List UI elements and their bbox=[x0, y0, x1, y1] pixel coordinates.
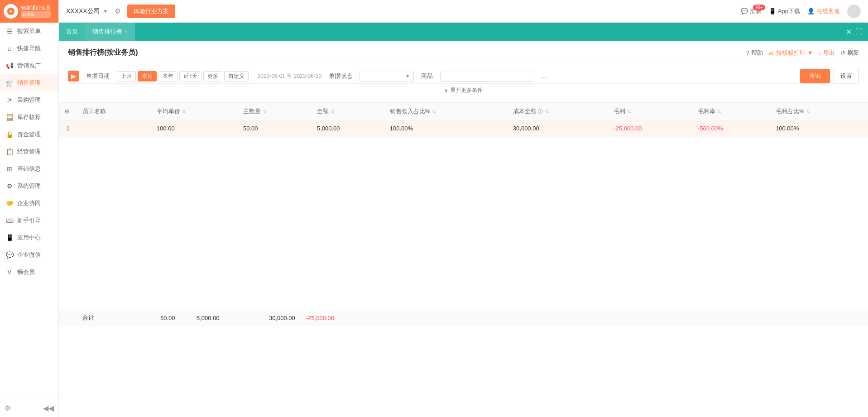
col-main-qty-header: 主数量 ⇅ bbox=[238, 103, 312, 120]
footer-cost: 30,000.00 bbox=[264, 315, 301, 321]
gross-sort-icon[interactable]: ⇅ bbox=[627, 109, 631, 114]
gross-pct-value: 100.00% bbox=[776, 125, 799, 132]
cell-cost: 30,000.00 bbox=[508, 120, 609, 137]
cost-info-icon[interactable]: ⓘ bbox=[538, 109, 543, 114]
date-this-year-btn[interactable]: 本年 bbox=[158, 71, 177, 81]
sidebar-item-apps[interactable]: 📱 应用中心 bbox=[0, 229, 58, 246]
handshake-icon: 🤝 bbox=[5, 199, 14, 207]
sidebar-item-basic-info-label: 基础信息 bbox=[17, 165, 41, 173]
col-gross-rate-label: 毛利率 bbox=[698, 108, 715, 115]
sidebar-item-marketing[interactable]: 📢 营销推广 bbox=[0, 57, 58, 74]
export-button[interactable]: ↓ 导出 bbox=[819, 49, 835, 57]
sidebar-item-member[interactable]: V 畅会员 bbox=[0, 264, 58, 281]
sidebar-item-sales-label: 销售管理 bbox=[17, 79, 41, 87]
sidebar-item-management-label: 经营管理 bbox=[17, 148, 41, 156]
date-range-display: 2023-06-01 至 2023-06-30 bbox=[258, 72, 321, 80]
sidebar-item-purchase[interactable]: 🛍 采购管理 bbox=[0, 91, 58, 109]
date-7days-btn[interactable]: 近7天 bbox=[179, 71, 201, 81]
sales-pct-sort-icon[interactable]: ⇅ bbox=[432, 109, 436, 114]
sidebar-item-basic-info[interactable]: ⊞ 基础信息 bbox=[0, 160, 58, 177]
sidebar-item-management[interactable]: 📋 经营管理 bbox=[0, 143, 58, 160]
avg-price-sort-icon[interactable]: ⇅ bbox=[182, 109, 186, 114]
cell-rank: 1 bbox=[59, 120, 77, 137]
sidebar-item-enterprise[interactable]: 🤝 企业协同 bbox=[0, 195, 58, 212]
sidebar-item-inventory[interactable]: 🧮 库存核算 bbox=[0, 109, 58, 126]
msg-icon: 💬 bbox=[741, 8, 748, 14]
sidebar-item-finance[interactable]: 🔒 资金管理 bbox=[0, 126, 58, 143]
refresh-button[interactable]: ↺ 刷新 bbox=[840, 49, 859, 57]
refresh-label: 刷新 bbox=[847, 49, 859, 57]
sidebar: 畅康通好生意 标准版 ☰ 搜索菜单 ⌂ 快捷导航 📢 营销推广 🛒 销售管理 🛍… bbox=[0, 0, 59, 417]
sidebar-item-system[interactable]: ⚙ 系统管理 bbox=[0, 177, 58, 195]
settings-bottom-icon[interactable]: ⚙ bbox=[5, 404, 11, 412]
goods-input[interactable] bbox=[440, 71, 534, 82]
message-button[interactable]: 💬 消息 99+ bbox=[741, 7, 762, 15]
col-employee-header: 员工名称 bbox=[77, 103, 151, 120]
app-label: App下载 bbox=[778, 7, 800, 15]
status-select[interactable] bbox=[360, 71, 414, 82]
cell-employee bbox=[77, 120, 151, 137]
page-content: 销售排行榜(按业务员) ? 帮助 🖨 按模板打印 ▼ ↓ 导出 bbox=[59, 41, 868, 417]
topbar-settings-icon[interactable]: ⚙ bbox=[115, 7, 121, 15]
expand-conditions-button[interactable]: ∨ 展开更多条件 bbox=[444, 86, 483, 94]
file-icon: 📋 bbox=[5, 148, 14, 156]
settings-button[interactable]: 设置 bbox=[834, 69, 859, 83]
tab-close-all-icon[interactable]: ✕ bbox=[846, 28, 852, 36]
cost-sort-icon[interactable]: ⇅ bbox=[545, 109, 549, 114]
online-service-button[interactable]: 👤 在线客服 bbox=[807, 7, 840, 15]
tab-sales-ranking[interactable]: 销售排行榜 × bbox=[85, 23, 135, 41]
tab-home[interactable]: 首页 bbox=[59, 23, 85, 41]
wechat-icon: 💬 bbox=[5, 251, 14, 259]
tab-sales-ranking-label: 销售排行榜 bbox=[92, 28, 122, 36]
trial-button[interactable]: 体验行业方案 bbox=[127, 5, 175, 18]
col-gross-rate-header: 毛利率 ⇅ bbox=[692, 103, 770, 120]
table-container: ⚙ 员工名称 平均单价 ⇅ 主数量 ⇅ bbox=[59, 103, 868, 137]
date-last-month-btn[interactable]: 上月 bbox=[117, 71, 136, 81]
spacer bbox=[59, 137, 868, 309]
collapse-icon[interactable]: ◀◀ bbox=[43, 404, 54, 412]
cell-amount: 5,000.00 bbox=[312, 120, 384, 137]
query-button[interactable]: 查询 bbox=[800, 69, 830, 83]
footer-amount: 5,000.00 bbox=[191, 315, 227, 321]
tab-close-icon[interactable]: × bbox=[125, 29, 128, 35]
print-icon: 🖨 bbox=[768, 49, 774, 56]
expand-bar[interactable]: ∨ 展开更多条件 bbox=[68, 83, 859, 97]
help-label: 帮助 bbox=[751, 49, 763, 57]
amount-sort-icon[interactable]: ⇅ bbox=[331, 109, 335, 114]
gross-rate-value: -500.00% bbox=[698, 125, 723, 132]
sidebar-bottom: ⚙ ◀◀ bbox=[0, 399, 58, 417]
gross-rate-sort-icon[interactable]: ⇅ bbox=[717, 109, 721, 114]
footer-sales-pct bbox=[227, 315, 264, 321]
sidebar-item-search[interactable]: ☰ 搜索菜单 bbox=[0, 23, 58, 40]
sidebar-item-enterprise-label: 企业协同 bbox=[17, 199, 41, 207]
filter-toggle-arrow[interactable]: ▶ bbox=[68, 71, 79, 81]
goods-more-icon[interactable]: ... bbox=[542, 73, 546, 79]
export-icon: ↓ bbox=[819, 49, 822, 56]
sidebar-item-guide[interactable]: 📖 新手引导 bbox=[0, 212, 58, 229]
company-dropdown-icon: ▼ bbox=[103, 8, 108, 14]
user-avatar[interactable] bbox=[847, 5, 861, 18]
sidebar-item-wechat[interactable]: 💬 企业微信 bbox=[0, 246, 58, 264]
date-this-month-btn[interactable]: 本月 bbox=[138, 71, 157, 81]
app-download-button[interactable]: 📱 App下载 bbox=[769, 7, 800, 15]
sidebar-nav: ☰ 搜索菜单 ⌂ 快捷导航 📢 营销推广 🛒 销售管理 🛍 采购管理 🧮 库存核… bbox=[0, 23, 58, 399]
company-selector[interactable]: XXXXX公司 ▼ bbox=[66, 7, 108, 15]
sidebar-item-quick-nav-label: 快捷导航 bbox=[17, 44, 41, 53]
page-title: 销售排行榜(按业务员) bbox=[68, 48, 138, 58]
date-custom-btn[interactable]: 自定义 bbox=[224, 71, 249, 81]
date-more-btn[interactable]: 更多 bbox=[203, 71, 222, 81]
cell-gross-rate: -500.00% bbox=[692, 120, 770, 137]
help-button[interactable]: ? 帮助 bbox=[746, 49, 762, 57]
tab-expand-icon[interactable]: ⛶ bbox=[855, 28, 863, 36]
lock-icon: 🔒 bbox=[5, 130, 14, 139]
print-button[interactable]: 🖨 按模板打印 ▼ bbox=[768, 49, 813, 57]
app-name: 畅康通好生意 bbox=[21, 5, 51, 11]
gross-pct-sort-icon[interactable]: ⇅ bbox=[806, 109, 810, 114]
col-settings-header[interactable]: ⚙ bbox=[59, 103, 77, 120]
sidebar-item-inventory-label: 库存核算 bbox=[17, 113, 41, 121]
search-icon: ☰ bbox=[5, 27, 14, 35]
sidebar-item-quick-nav[interactable]: ⌂ 快捷导航 bbox=[0, 40, 58, 57]
sidebar-item-sales[interactable]: 🛒 销售管理 bbox=[0, 74, 58, 91]
topbar-right: 💬 消息 99+ 📱 App下载 👤 在线客服 bbox=[741, 5, 861, 18]
main-qty-sort-icon[interactable]: ⇅ bbox=[263, 109, 267, 114]
